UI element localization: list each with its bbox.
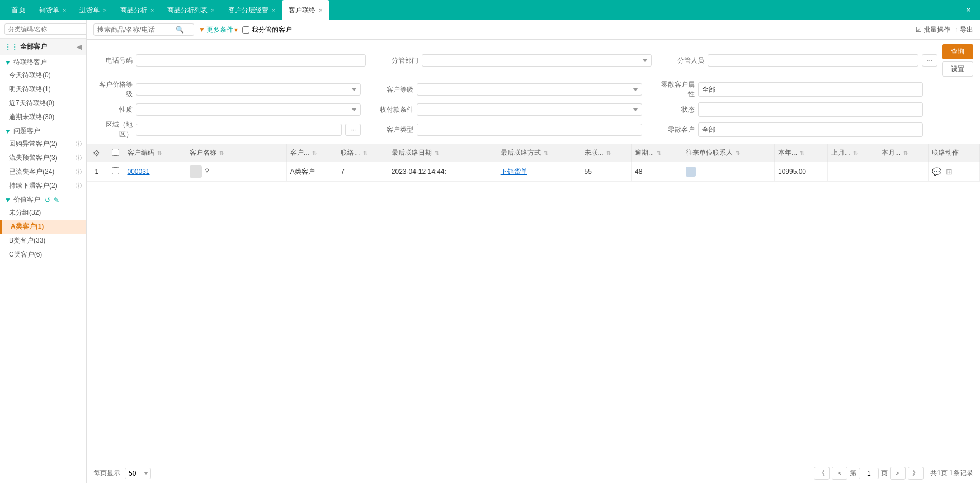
th-settings[interactable]: ⚙: [87, 144, 107, 162]
td-code[interactable]: 000031: [124, 162, 186, 182]
dept-select[interactable]: [422, 54, 652, 67]
sidebar-item-7day-contact[interactable]: 近7天待联络(0): [0, 96, 86, 110]
nav-tab-customer-tier[interactable]: 客户分层经营 ×: [222, 0, 282, 20]
th-type: 客户... ⇅: [286, 144, 337, 162]
sort-last-date-icon[interactable]: ⇅: [435, 150, 439, 156]
sidebar-item-today-contact[interactable]: 今天待联络(0): [0, 68, 86, 82]
sidebar-item-churn-warning[interactable]: 流失预警客户(3) ⓘ: [0, 151, 86, 165]
filter-row-4: 区域（地区） ··· 客户类型 零散客户 全部: [93, 120, 973, 139]
sidebar-search-input[interactable]: [4, 23, 87, 35]
th-action: 联络动作: [929, 144, 980, 162]
batch-op-button[interactable]: ☑ 批量操作: [916, 25, 950, 35]
value-group-refresh-icon[interactable]: ↺: [45, 196, 50, 204]
select-all-checkbox[interactable]: [112, 149, 119, 156]
close-analysis-list-tab[interactable]: ×: [211, 7, 214, 13]
more-action-icon[interactable]: ⊞: [946, 167, 953, 176]
page-size-select[interactable]: 50 20 100: [125, 468, 151, 479]
td-last-month: [827, 162, 878, 182]
td-num: 1: [87, 162, 107, 182]
staff-input[interactable]: [708, 54, 918, 67]
sort-overdue-icon[interactable]: ⇅: [657, 150, 661, 156]
region-more-btn[interactable]: ···: [345, 124, 361, 136]
customer-grade-select[interactable]: [417, 83, 642, 96]
export-button[interactable]: ↑ 导出: [955, 25, 973, 35]
sort-this-month-icon[interactable]: ⇅: [903, 150, 908, 156]
sidebar-item-b-class[interactable]: B类客户(33): [0, 234, 86, 248]
nav-tab-purchase[interactable]: 进货单 ×: [73, 0, 113, 20]
sort-last-method-icon[interactable]: ⇅: [544, 150, 548, 156]
query-button[interactable]: 查询: [942, 44, 973, 59]
nav-tab-analysis[interactable]: 商品分析 ×: [114, 0, 161, 20]
nav-tab-home[interactable]: 首页: [4, 0, 32, 20]
page-number-input[interactable]: [859, 468, 879, 479]
close-customer-contact-tab[interactable]: ×: [319, 7, 322, 13]
nav-tab-sales[interactable]: 销货单 ×: [32, 0, 73, 20]
staff-more-btn[interactable]: ···: [922, 54, 937, 67]
sort-contact-count-icon[interactable]: ⇅: [363, 150, 368, 156]
setting-button[interactable]: 设置: [942, 61, 973, 77]
prev-page-btn[interactable]: ＜: [832, 467, 847, 480]
window-close-button[interactable]: ×: [962, 5, 976, 15]
td-type: A类客户: [286, 162, 337, 182]
next-page-btn[interactable]: ＞: [890, 467, 906, 480]
th-overdue: 逾期... ⇅: [632, 144, 682, 162]
sort-this-year-icon[interactable]: ⇅: [800, 150, 804, 156]
content-area: 🔍 ▼ 更多条件 ▾ 我分管的客户 ☑ 批量操作 ↑ 导出: [87, 20, 980, 483]
th-last-method: 最后联络方式 ⇅: [497, 144, 581, 162]
nav-tab-customer-contact[interactable]: 客户联络 ×: [282, 0, 329, 20]
th-code: 客户编码 ⇅: [124, 144, 186, 162]
th-checkbox[interactable]: [107, 144, 124, 162]
sort-no-contact-icon[interactable]: ⇅: [606, 150, 611, 156]
retail-attr-select[interactable]: 全部: [698, 82, 923, 97]
row-checkbox[interactable]: [112, 167, 119, 174]
sidebar-item-declining[interactable]: 持续下滑客户(2) ⓘ: [0, 179, 86, 193]
my-customers-filter[interactable]: 我分管的客户: [242, 25, 292, 35]
nature-select[interactable]: [136, 103, 361, 116]
sidebar-item-ungrouped[interactable]: 未分组(32): [0, 206, 86, 220]
status-select[interactable]: [698, 102, 923, 117]
td-last-method[interactable]: 下销货单: [497, 162, 581, 182]
close-analysis-tab[interactable]: ×: [150, 7, 154, 13]
filter-search-icon[interactable]: 🔍: [176, 26, 184, 34]
my-customers-checkbox[interactable]: [242, 26, 249, 34]
last-page-btn[interactable]: 》: [908, 467, 924, 480]
sidebar-item-repurchase-abnormal[interactable]: 回购异常客户(2) ⓘ: [0, 137, 86, 151]
payment-select[interactable]: [417, 103, 642, 116]
customer-type-input[interactable]: [417, 124, 642, 136]
column-settings-gear[interactable]: ⚙: [93, 149, 100, 158]
th-contact-count: 联络... ⇅: [337, 144, 388, 162]
price-grade-select[interactable]: [136, 83, 361, 96]
close-sales-tab[interactable]: ×: [63, 7, 66, 13]
info-icon-declining: ⓘ: [76, 182, 82, 190]
close-purchase-tab[interactable]: ×: [103, 7, 106, 13]
first-page-btn[interactable]: 《: [814, 467, 830, 480]
more-filter-btn[interactable]: ▼ 更多条件 ▾: [199, 25, 238, 35]
sidebar-all-customers[interactable]: ⋮⋮ 全部客户 ◀: [0, 39, 86, 55]
sidebar-item-a-class[interactable]: A类客户(1): [0, 220, 86, 234]
contact-person-avatar: [686, 167, 696, 177]
message-action-icon[interactable]: 💬: [932, 167, 941, 176]
retail-customer-select[interactable]: 全部: [698, 122, 923, 137]
filter-staff: 分管人员 ···: [665, 54, 937, 67]
value-group-edit-icon[interactable]: ✎: [54, 196, 59, 204]
sort-code-icon[interactable]: ⇅: [157, 150, 162, 156]
sort-type-icon[interactable]: ⇅: [312, 150, 317, 156]
sidebar-item-churned[interactable]: 已流失客户(24) ⓘ: [0, 165, 86, 179]
nav-tab-analysis-list[interactable]: 商品分析列表 ×: [161, 0, 221, 20]
sidebar-item-overdue-contact[interactable]: 逾期未联络(30): [0, 110, 86, 124]
phone-input[interactable]: [136, 54, 366, 67]
region-input[interactable]: [136, 124, 342, 136]
th-last-date: 最后联络日期 ⇅: [388, 144, 497, 162]
data-table-container: ⚙ 客户编码 ⇅ 客户名称 ⇅: [87, 144, 980, 463]
more-filter-chevron: ▾: [234, 26, 238, 34]
sort-last-month-icon[interactable]: ⇅: [853, 150, 858, 156]
sidebar-collapse-icon: ◀: [77, 43, 82, 51]
info-icon-churn-warning: ⓘ: [76, 154, 82, 162]
close-customer-tier-tab[interactable]: ×: [272, 7, 275, 13]
sort-contact-person-icon[interactable]: ⇅: [736, 150, 740, 156]
sidebar-item-tomorrow-contact[interactable]: 明天待联络(1): [0, 82, 86, 96]
filter-search-input[interactable]: [97, 26, 176, 34]
sidebar-item-c-class[interactable]: C类客户(6): [0, 248, 86, 262]
td-checkbox[interactable]: [107, 162, 124, 182]
sort-name-icon[interactable]: ⇅: [219, 150, 224, 156]
